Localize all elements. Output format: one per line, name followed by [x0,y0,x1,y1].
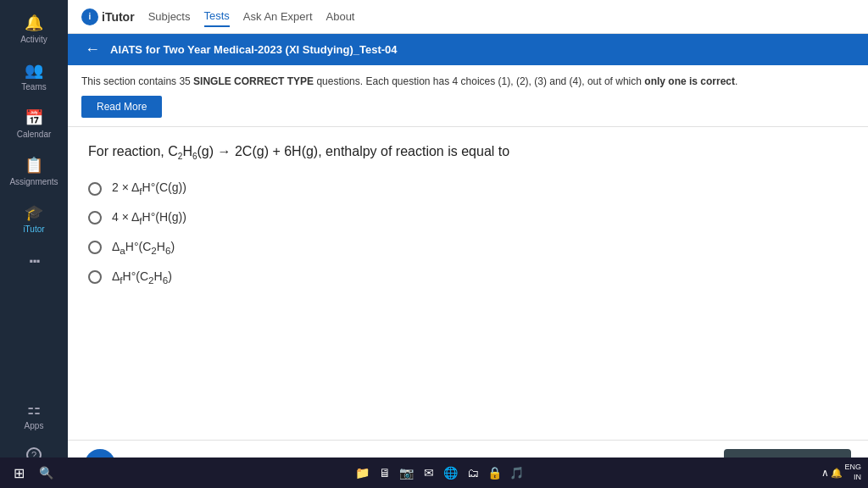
more-icon: ··· [29,251,39,273]
taskbar-icon-camera[interactable]: 📷 [397,463,417,483]
start-icon: ⊞ [14,465,25,481]
tray-icon-2: 🔔 [831,468,843,479]
system-tray: ∧ 🔔 ENG IN [821,463,861,482]
section-info-text: This section contains 35 SINGLE CORRECT … [81,74,854,89]
nav-subjects[interactable]: Subjects [148,7,191,26]
start-button[interactable]: ⊞ [7,461,31,485]
sidebar-item-label: Apps [25,421,44,430]
activity-icon: 🔔 [25,14,43,32]
sidebar-item-more[interactable]: ··· [0,244,68,280]
option-3-label: ΔaH°(C2H6) [112,240,175,256]
nav-ask-expert[interactable]: Ask An Expert [243,7,313,26]
taskbar-icon-file[interactable]: 📁 [353,463,373,483]
sidebar-item-itutor[interactable]: 🎓 iTutor [0,197,68,241]
itutor-icon: 🎓 [25,203,43,222]
sidebar-item-activity[interactable]: 🔔 Activity [0,7,68,51]
taskbar-icon-music[interactable]: 🎵 [507,463,527,483]
option-2-label: 4 × ΔfH°(H(g)) [112,210,186,226]
back-button[interactable]: ← [81,41,103,58]
option-4-label: ΔfH°(C2H6) [112,269,172,286]
taskbar-icon-browser[interactable]: 🌐 [441,463,461,483]
option-3[interactable]: ΔaH°(C2H6) [88,240,848,256]
taskbar-icon-lock[interactable]: 🔒 [485,463,505,483]
header-bar: ← AIATS for Two Year Medical-2023 (XI St… [68,34,868,65]
top-navigation: i iTutor Subjects Tests Ask An Expert Ab… [68,0,868,34]
taskbar-icon-mail[interactable]: ✉ [419,463,439,483]
test-title: AIATS for Two Year Medical-2023 (XI Stud… [110,43,398,56]
read-more-button[interactable]: Read More [81,96,162,118]
teams-icon: 👥 [25,61,43,80]
windows-taskbar: ⊞ 🔍 📁 🖥 📷 ✉ 🌐 🗂 🔒 🎵 ∧ 🔔 ENG IN [0,458,868,488]
assignments-icon: 📋 [25,156,43,175]
taskbar-search[interactable]: 🔍 [34,461,58,485]
sidebar-item-label: iTutor [23,225,44,234]
app-name: iTutor [102,10,135,24]
sidebar-item-label: Teams [21,82,46,92]
sidebar-item-apps[interactable]: ⚏ Apps [0,393,68,437]
taskbar-icon-files2[interactable]: 🗂 [463,463,483,483]
main-content: i iTutor Subjects Tests Ask An Expert Ab… [68,0,868,488]
tray-icon-1: ∧ [821,467,829,479]
sidebar-item-teams[interactable]: 👥 Teams [0,54,68,98]
sidebar-item-assignments[interactable]: 📋 Assignments [0,149,68,193]
radio-1[interactable] [88,182,102,196]
radio-2[interactable] [88,211,102,225]
lang-bottom: IN [844,473,861,483]
options-list: 2 × ΔfH°(C(g)) 4 × ΔfH°(H(g)) ΔaH°(C2H6)… [88,180,848,285]
option-1[interactable]: 2 × ΔfH°(C(g)) [88,180,848,197]
question-text: For reaction, C2H6(g) → 2C(g) + 6H(g), e… [88,141,848,164]
sidebar-item-label: Activity [20,35,47,44]
sidebar-item-calendar[interactable]: 📅 Calendar [0,102,68,146]
sidebar-item-label: Calendar [17,130,52,139]
option-2[interactable]: 4 × ΔfH°(H(g)) [88,210,848,226]
lang-top: ENG [844,463,861,473]
radio-4[interactable] [88,270,102,284]
nav-tests[interactable]: Tests [204,6,230,27]
sidebar-item-label: Assignments [9,177,58,186]
info-section: This section contains 35 SINGLE CORRECT … [68,65,868,127]
taskbar-center-icons: 📁 🖥 📷 ✉ 🌐 🗂 🔒 🎵 [353,463,527,483]
sidebar: 🔔 Activity 👥 Teams 📅 Calendar 📋 Assignme… [0,0,68,488]
tray-language: ENG IN [844,463,861,482]
option-4[interactable]: ΔfH°(C2H6) [88,269,848,286]
option-1-label: 2 × ΔfH°(C(g)) [112,180,186,197]
question-area: For reaction, C2H6(g) → 2C(g) + 6H(g), e… [68,127,868,440]
apps-icon: ⚏ [27,400,41,419]
nav-links: Subjects Tests Ask An Expert About [148,6,355,27]
app-logo: i iTutor [81,8,135,25]
taskbar-icon-monitor[interactable]: 🖥 [375,463,395,483]
nav-about[interactable]: About [326,7,355,26]
search-icon: 🔍 [39,466,53,480]
radio-3[interactable] [88,241,102,254]
calendar-icon: 📅 [25,108,43,127]
logo-icon: i [81,8,98,25]
